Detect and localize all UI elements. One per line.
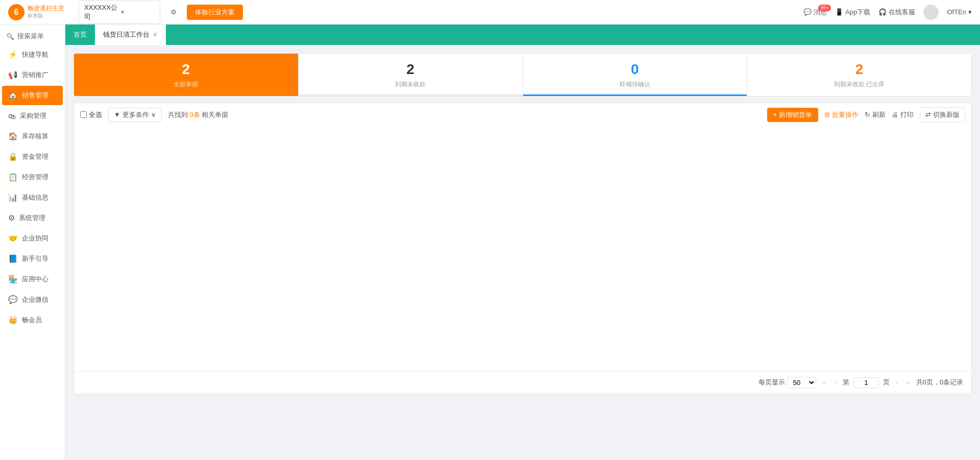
print-button[interactable]: 🖨 打印 [892, 110, 914, 119]
next-page-button[interactable]: › [894, 378, 900, 388]
page-label: 第 [843, 378, 849, 387]
message-button[interactable]: 💬 消息 99+ [803, 8, 827, 17]
found-text: 共找到 0条 相关单据 [168, 110, 228, 119]
quick-nav-icon: ⚡ [8, 50, 18, 59]
switch-label: 切换新版 [933, 110, 960, 119]
app-name: 畅捷通好生意 [28, 5, 64, 13]
app-download-label: App下载 [845, 8, 870, 17]
toolbar: 全选 ▼ 更多条件 ∨ 共找到 0条 相关单据 + 新增销货单 ⊞ 批量操作 ↻… [74, 103, 972, 127]
sidebar-item-label: 新手引导 [22, 254, 48, 263]
sidebar-item-label: 快捷导航 [22, 50, 48, 59]
operation-icon: 📋 [8, 173, 18, 182]
headset-icon: 🎧 [878, 8, 887, 16]
sidebar-item-purchase[interactable]: 🛍 采购管理 [2, 106, 63, 126]
page-input[interactable] [853, 377, 879, 388]
chevron-down-icon: ▾ [121, 8, 155, 16]
sidebar-item-operation[interactable]: 📋 经营管理 [2, 167, 63, 187]
user-name[interactable]: OfTEn ▾ [947, 8, 972, 16]
total-records-label: 共0页，0条记录 [916, 378, 963, 387]
refresh-button[interactable]: ↻ 刷新 [865, 110, 886, 119]
filter-button[interactable]: ▼ 更多条件 ∨ [108, 108, 162, 122]
settings-button[interactable]: ⚙ [165, 4, 182, 20]
batch-operation-button[interactable]: ⊞ 批量操作 [824, 110, 859, 119]
tab-close-icon[interactable]: ✕ [153, 31, 158, 38]
table-empty-message [74, 127, 971, 341]
company-selector[interactable]: XXXXXX公司 ▾ [79, 1, 160, 24]
user-chevron-icon: ▾ [968, 8, 972, 16]
sidebar-item-label: 库存核算 [22, 132, 48, 141]
experience-button[interactable]: 体验行业方案 [187, 5, 243, 20]
page-size-control: 每页显示 50 10 20 100 [758, 377, 816, 389]
sidebar-item-label: 经营管理 [22, 173, 48, 182]
sidebar-item-label: 系统管理 [19, 213, 45, 223]
nav-tab-money-daily[interactable]: 钱货日清工作台 ✕ [95, 25, 166, 45]
sidebar-item-label: 营销推广 [22, 70, 48, 80]
stat-card-pending[interactable]: 0 旺铺待确认 [523, 54, 748, 96]
stat-overdue-number: 2 [309, 61, 512, 78]
nav-tab-home[interactable]: 首页 [65, 25, 95, 45]
nav-tabs-bar: 首页 钱货日清工作台 ✕ [65, 25, 980, 45]
sidebar-item-label: 应用中心 [22, 275, 48, 284]
filter-icon: ▼ [114, 111, 120, 118]
page-size-selector[interactable]: 50 10 20 100 [787, 377, 816, 389]
sidebar-item-wechat[interactable]: 💬 企业微信 [2, 290, 63, 309]
main-content: 2 全部单据 2 到期未收款 0 旺铺待确认 2 到期未收款 已出库 全选 ▼ [65, 45, 980, 460]
page-size-label: 每页显示 [758, 378, 785, 387]
stat-all-label: 全部单据 [84, 80, 288, 89]
sidebar-item-inventory[interactable]: 🏠 库存核算 [2, 127, 63, 146]
sidebar-item-beginner[interactable]: 📘 新手引导 [2, 249, 63, 269]
sidebar-item-label: 企业协同 [22, 234, 48, 243]
system-icon: ⚙ [8, 213, 15, 223]
user-display-name: OfTEn [947, 8, 966, 16]
sidebar-item-basic-info[interactable]: 📊 基础信息 [2, 188, 63, 207]
sidebar-search-button[interactable]: 🔍 搜索菜单 [0, 29, 65, 44]
sidebar-item-finance[interactable]: 🔒 资金管理 [2, 147, 63, 166]
sidebar-item-label: 采购管理 [20, 111, 46, 120]
stat-card-all[interactable]: 2 全部单据 [74, 54, 299, 96]
inventory-icon: 🏠 [8, 132, 18, 141]
beginner-icon: 📘 [8, 254, 18, 263]
select-all-input[interactable] [80, 111, 87, 118]
basic-info-icon: 📊 [8, 193, 18, 202]
first-page-button[interactable]: « [820, 378, 828, 388]
stat-pending-number: 0 [533, 61, 737, 78]
sidebar-item-label: 销售管理 [22, 91, 48, 100]
online-service-button[interactable]: 🎧 在线客服 [878, 8, 915, 17]
app-logo-icon: 6 [8, 4, 24, 20]
select-all-checkbox[interactable]: 全选 [80, 110, 102, 119]
sidebar-item-label: 基础信息 [22, 193, 48, 202]
new-sales-order-button[interactable]: + 新增销货单 [767, 108, 818, 122]
company-name: XXXXXX公司 [84, 3, 118, 21]
stat-card-overdue[interactable]: 2 到期未收款 [299, 54, 523, 96]
print-icon: 🖨 [892, 111, 898, 118]
sidebar-item-label: 畅会员 [22, 316, 42, 325]
last-page-button[interactable]: » [904, 378, 912, 388]
money-daily-tab-label: 钱货日清工作台 [103, 30, 150, 39]
sales-icon: 🏠 [8, 91, 18, 100]
header-left: 6 畅捷通好生意 标准版 XXXXXX公司 ▾ ⚙ 体验行业方案 [8, 1, 243, 24]
app-version: 标准版 [28, 12, 64, 19]
stat-card-overdue-out[interactable]: 2 到期未收款 已出库 [747, 54, 971, 96]
toolbar-left: 全选 ▼ 更多条件 ∨ 共找到 0条 相关单据 [80, 108, 228, 122]
user-avatar[interactable] [923, 5, 939, 20]
pagination-bar: 每页显示 50 10 20 100 « ‹ 第 页 › » 共0页，0条记录 [74, 372, 972, 394]
sidebar-item-enterprise[interactable]: 🤝 企业协同 [2, 229, 63, 248]
prev-page-button[interactable]: ‹ [832, 378, 839, 388]
sidebar-item-marketing[interactable]: 📢 营销推广 [2, 65, 63, 85]
message-icon: 💬 [803, 8, 812, 16]
sidebar-item-app-center[interactable]: 🏪 应用中心 [2, 270, 63, 289]
stat-pending-label: 旺铺待确认 [533, 80, 737, 89]
app-download-button[interactable]: 📱 App下载 [835, 8, 870, 17]
sidebar-item-member[interactable]: 👑 畅会员 [2, 310, 63, 330]
filter-label: 更多条件 [122, 110, 149, 119]
stat-overdue-out-label: 到期未收款 已出库 [757, 80, 961, 89]
enterprise-icon: 🤝 [8, 234, 18, 243]
sidebar-item-sales[interactable]: 🏠 销售管理 [2, 86, 63, 105]
message-badge: 99+ [818, 5, 831, 11]
sidebar-item-system[interactable]: ⚙ 系统管理 [2, 208, 63, 228]
logo-area: 6 畅捷通好生意 标准版 [8, 4, 74, 20]
sidebar-item-quick-nav[interactable]: ⚡ 快捷导航 [2, 45, 63, 64]
search-icon: 🔍 [6, 33, 14, 40]
switch-version-button[interactable]: ⇄ 切换新版 [920, 107, 965, 123]
member-icon: 👑 [8, 316, 18, 325]
